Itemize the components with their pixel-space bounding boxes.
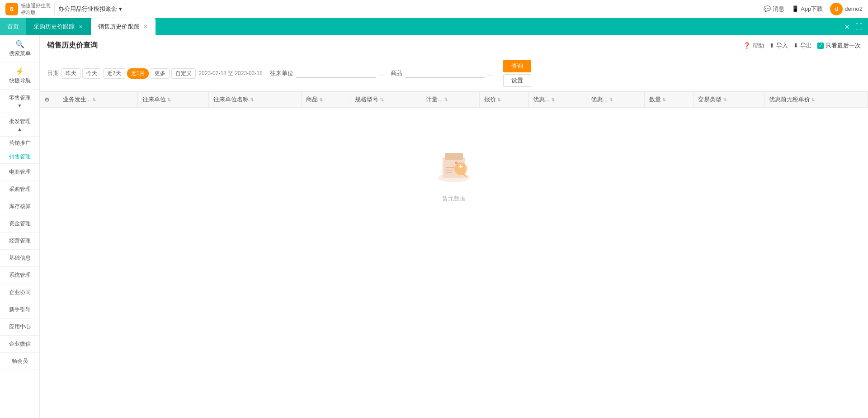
app-icon: 📱 [792,5,799,12]
sidebar-item-finance[interactable]: 资金管理 [0,215,39,233]
sort-icon: ⇅ [662,97,666,102]
tab-sales[interactable]: 销售历史价跟踪 ✕ [91,18,156,35]
sidebar-label-basic: 基础信息 [9,254,31,262]
tab-purchase[interactable]: 采购历史价跟踪 ✕ [26,18,91,35]
svg-rect-2 [445,153,463,160]
product-picker-btn[interactable]: ... [487,70,492,77]
sidebar-item-shortcut[interactable]: ⚡ 快捷导航 [0,62,39,90]
date-btn-7days[interactable]: 近7天 [103,68,125,79]
help-btn[interactable]: ❓ 帮助 [743,42,764,50]
dropdown-icon: ▾ [119,5,122,12]
date-btn-1month[interactable]: 近1月 [127,68,149,79]
sort-icon: ⇅ [811,97,815,102]
sidebar-item-appstore[interactable]: 应用中心 [0,318,39,336]
sort-icon: ⇅ [497,97,501,102]
sidebar-item-sales-mgmt[interactable]: 销售管理 [0,150,39,164]
col-biz-date[interactable]: 业务发生... ⇅ [58,92,138,108]
empty-text: 暂元数据 [442,195,466,203]
product-input[interactable] [405,69,485,78]
date-btn-yesterday[interactable]: 昨天 [61,68,80,79]
sidebar-item-ecommerce[interactable]: 电商管理 [0,164,39,181]
tab-home[interactable]: 首页 [0,18,26,35]
tab-bar: 首页 采购历史价跟踪 ✕ 销售历史价跟踪 ✕ ✕ ⛶ [0,18,868,35]
col-settings[interactable]: ⚙ [40,92,58,108]
sidebar-item-inventory[interactable]: 库存核算 [0,198,39,215]
sidebar-item-system[interactable]: 系统管理 [0,267,39,284]
empty-state: 暂元数据 [40,108,868,239]
col-spec[interactable]: 规格型号 ⇅ [350,92,421,108]
col-discount2[interactable]: 优惠... ⇅ [586,92,644,108]
sidebar-label-ecommerce: 电商管理 [9,168,31,176]
svg-point-4 [455,162,458,164]
close-all-btn[interactable]: ✕ [842,21,852,33]
logo-area: 6 畅捷通好生意标准版 [5,2,51,15]
page-header: 销售历史价查询 ❓ 帮助 ⬆ 导入 ⬇ 导出 ✓ [40,35,868,55]
col-partner-code[interactable]: 往来单位 ⇅ [138,92,209,108]
partner-picker-btn[interactable]: ... [378,70,383,77]
col-product[interactable]: 商品 ⇅ [302,92,350,108]
sidebar-item-wholesale[interactable]: 批发管理 ▲ [0,113,39,137]
nav-message[interactable]: 💬 消息 [764,5,784,13]
date-btn-more[interactable]: 更多 [151,68,170,79]
maximize-btn[interactable]: ⛶ [854,21,864,33]
tab-home-label: 首页 [7,23,19,31]
sidebar-label-shortcut: 快捷导航 [9,77,31,85]
sidebar-item-wechat[interactable]: 企业微信 [0,336,39,353]
sidebar-label-finance: 资金管理 [9,220,31,228]
col-pretax-price[interactable]: 优惠前无税单价 ⇅ [764,92,868,108]
partner-filter-group: 往来单位 ... [270,69,383,78]
col-unit[interactable]: 计量... ⇅ [421,92,479,108]
sidebar-item-operation[interactable]: 经营管理 [0,233,39,250]
sort-icon: ⇅ [380,97,383,102]
sidebar-label-purchase: 采购管理 [9,185,31,193]
query-button[interactable]: 查询 [503,60,531,72]
sidebar-item-enterprise[interactable]: 企业协同 [0,284,39,301]
col-trade-type[interactable]: 交易类型 ⇅ [693,92,764,108]
export-btn[interactable]: ⬇ 导出 [793,42,812,50]
page-header-actions: ❓ 帮助 ⬆ 导入 ⬇ 导出 ✓ 只看最后一次 [743,42,861,50]
setting-button[interactable]: 设置 [503,74,531,87]
main-layout: 🔍 搜索菜单 ⚡ 快捷导航 零售管理 ▼ 批发管理 ▲ 营销推广 销售管理 电商… [0,35,868,418]
nav-app-download[interactable]: 📱 App下载 [792,5,823,13]
date-buttons: 昨天 今天 近7天 近1月 更多 自定义 [61,68,196,79]
tab-sales-close[interactable]: ✕ [142,24,148,30]
col-price[interactable]: 报价 ⇅ [479,92,528,108]
sort-icon: ⇅ [551,97,555,102]
partner-input[interactable] [296,69,376,78]
sort-icon: ⇅ [723,97,726,102]
sidebar: 🔍 搜索菜单 ⚡ 快捷导航 零售管理 ▼ 批发管理 ▲ 营销推广 销售管理 电商… [0,35,40,418]
data-table: ⚙ 业务发生... ⇅ 往来单位 ⇅ [40,92,868,108]
product-filter-group: 商品 ... [391,69,492,78]
sidebar-item-basic[interactable]: 基础信息 [0,250,39,267]
export-icon: ⬇ [793,42,798,49]
sidebar-label-operation: 经营管理 [9,237,31,245]
sidebar-item-member[interactable]: 畅会员 [0,353,39,370]
sidebar-item-guide[interactable]: 新手引导 [0,301,39,318]
table-container: ⚙ 业务发生... ⇅ 往来单位 ⇅ [40,92,868,418]
col-partner-name[interactable]: 往来单位名称 ⇅ [209,92,302,108]
sidebar-label-wholesale: 批发管理 [9,118,31,125]
sidebar-item-search[interactable]: 🔍 搜索菜单 [0,35,39,62]
sidebar-item-purchase[interactable]: 采购管理 [0,181,39,198]
shortcut-icon: ⚡ [15,67,24,76]
import-icon: ⬆ [769,42,774,49]
col-quantity[interactable]: 数量 ⇅ [644,92,693,108]
user-menu[interactable]: d demo2 [830,3,863,15]
date-btn-custom[interactable]: 自定义 [171,68,196,79]
only-last-checkbox[interactable]: ✓ 只看最后一次 [817,42,861,50]
checkbox-checked-icon: ✓ [817,43,824,49]
filter-row: 日期 昨天 今天 近7天 近1月 更多 自定义 2023-02-18 至 202… [40,55,868,92]
sidebar-item-marketing[interactable]: 营销推广 [0,137,39,150]
sidebar-label-system: 系统管理 [9,271,31,279]
col-discount1[interactable]: 优惠... ⇅ [528,92,586,108]
tab-purchase-close[interactable]: ✕ [77,24,84,30]
top-bar: 6 畅捷通好生意标准版 办公用品行业模拟账套 ▾ 💬 消息 📱 App下载 d … [0,0,868,18]
table-header-row: ⚙ 业务发生... ⇅ 往来单位 ⇅ [40,92,868,108]
partner-label: 往来单位 [270,69,293,77]
app-name: 畅捷通好生意标准版 [21,2,51,15]
app-selector[interactable]: 办公用品行业模拟账套 ▾ [54,3,126,15]
sidebar-label-search: 搜索菜单 [9,50,31,57]
sidebar-item-retail[interactable]: 零售管理 ▼ [0,90,39,113]
date-btn-today[interactable]: 今天 [82,68,101,79]
import-btn[interactable]: ⬆ 导入 [769,42,788,50]
